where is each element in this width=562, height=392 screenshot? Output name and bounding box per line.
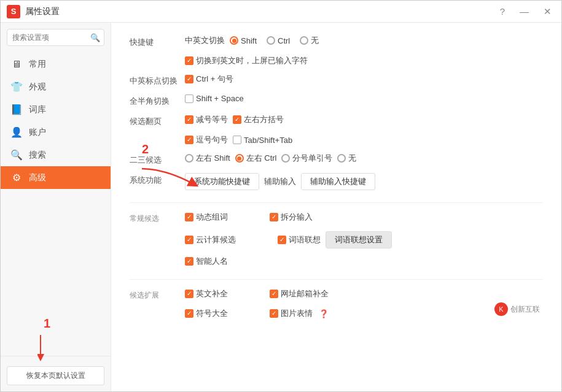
radio-shift[interactable]: Shift	[230, 36, 257, 45]
radio-ctrl-label: Ctrl	[278, 36, 290, 45]
help-button[interactable]: ?	[496, 5, 509, 18]
cand-cb1[interactable]: 动态组词	[185, 212, 228, 223]
page-turn-row2-spacer	[130, 134, 185, 136]
c23-radio4-label: 无	[348, 153, 356, 164]
cand-cb2[interactable]: 拆分输入	[270, 212, 313, 223]
page-turn-label: 候选翻页	[130, 114, 185, 127]
window-title: 属性设置	[25, 6, 60, 17]
cand-cb4-label: 词语联想	[289, 234, 321, 245]
restore-defaults-button[interactable]: 恢复本页默认设置	[7, 366, 104, 385]
expand-label: 候选扩展	[130, 288, 185, 301]
annotation-1: 1	[44, 317, 50, 331]
page-turn-row: 候选翻页 减号等号 左右方括号	[130, 114, 543, 127]
content-area: 快捷键 中英文切换 Shift Ctrl	[111, 23, 561, 391]
c23-radio1[interactable]: 左右 Shift	[185, 153, 230, 164]
halfwidth-text: Shift + Space	[196, 94, 244, 103]
radio-shift-label: Shift	[241, 36, 257, 45]
punct-checkbox[interactable]: Ctrl + 句号	[185, 74, 233, 85]
close-button[interactable]: ✕	[540, 5, 555, 18]
cand-cb2-label: 拆分输入	[281, 212, 313, 223]
pageturn-cb1[interactable]: 减号等号	[185, 114, 228, 125]
sidebar-label-account: 账户	[29, 127, 46, 138]
expand-cb2[interactable]: 网址邮箱补全	[270, 288, 329, 299]
c23-radio4[interactable]: 无	[337, 153, 356, 164]
lexicon-icon: 📘	[10, 104, 23, 115]
app-logo: S	[7, 5, 20, 18]
halfwidth-checkbox[interactable]: Shift + Space	[185, 94, 244, 103]
c23-radio2[interactable]: 左右 Ctrl	[235, 153, 277, 164]
sysfunc-shortcut-btn[interactable]: 系统功能快捷键	[185, 173, 259, 190]
cand-cb3[interactable]: 云计算候选	[185, 234, 236, 245]
radio-shift-circle	[230, 36, 238, 45]
sidebar-item-advanced[interactable]: ⚙ 高级	[1, 166, 111, 189]
appearance-icon: 👕	[10, 81, 23, 93]
sidebar-item-account[interactable]: 👤 账户	[1, 121, 111, 144]
advanced-icon: ⚙	[10, 172, 23, 183]
candidate23-label: 二三候选	[130, 153, 185, 166]
account-icon: 👤	[10, 126, 23, 138]
switch-checkbox[interactable]: 切换到英文时，上屏已输入字符	[185, 55, 308, 66]
cand-cb4[interactable]: 词语联想	[278, 234, 321, 245]
chinese-switch-label: 中英文切换	[185, 35, 225, 46]
page-turn-row2: 逗号句号 Tab/Shift+Tab	[130, 134, 543, 145]
sidebar-item-search[interactable]: 🔍 搜索	[1, 144, 111, 166]
c23-radio3-label: 分号单引号	[292, 153, 332, 164]
candidate23-row: 二三候选 左右 Shift 左右 Ctrl	[130, 153, 543, 166]
watermark-logo-text: K	[499, 306, 503, 313]
radio-none-label: 无	[311, 35, 319, 46]
punct-switch-label: 中英标点切换	[130, 74, 185, 86]
expand-cb1-box	[185, 290, 193, 298]
candidate-row3-content: 智能人名	[185, 256, 543, 267]
pageturn-cb3[interactable]: 逗号句号	[185, 134, 228, 145]
halfwidth-checkbox-box	[185, 94, 193, 103]
candidate-label: 常规候选	[130, 212, 185, 224]
expand-cb1-label: 英文补全	[196, 288, 228, 299]
cand-cb5-label: 智能人名	[196, 256, 228, 267]
radio-none[interactable]: 无	[300, 35, 319, 46]
candidate-row2-spacer	[130, 231, 185, 233]
cand-cb4-box	[278, 236, 286, 244]
expand-cb1[interactable]: 英文补全	[185, 288, 228, 299]
sidebar-item-appearance[interactable]: 👕 外观	[1, 75, 111, 98]
pageturn-cb4-label: Tab/Shift+Tab	[244, 136, 292, 145]
sysfunc-row: 系统功能 系统功能快捷键 辅助输入 辅助输入快捷键 2	[130, 173, 543, 190]
c23-radio3-circle	[281, 154, 290, 163]
pageturn-cb2[interactable]: 左右方括号	[233, 114, 284, 125]
candidate-row1-content: 动态组词 拆分输入	[185, 212, 543, 223]
punct-switch-content: Ctrl + 句号	[185, 74, 543, 85]
expand-row2: 符号大全 图片表情 ❓	[130, 308, 543, 319]
pageturn-cb4[interactable]: Tab/Shift+Tab	[233, 136, 292, 145]
switch-checkbox-row: 切换到英文时，上屏已输入字符	[130, 55, 543, 66]
search-icon: 🔍	[90, 33, 100, 42]
radio-ctrl[interactable]: Ctrl	[267, 36, 290, 45]
search-nav-icon: 🔍	[10, 149, 23, 161]
assist-shortcut-btn[interactable]: 辅助输入快捷键	[301, 173, 375, 190]
switch-checkbox-box	[185, 56, 193, 65]
switch-checkbox-label: 切换到英文时，上屏已输入字符	[196, 55, 308, 66]
main-window: S 属性设置 ? — ✕ 🔍 🖥 常用 👕 外观 📘	[0, 0, 562, 392]
candidate-row3: 智能人名	[130, 256, 543, 267]
sidebar-label-advanced: 高级	[29, 172, 46, 183]
c23-radio1-circle	[185, 154, 193, 163]
sidebar-item-lexicon[interactable]: 📘 词库	[1, 98, 111, 121]
main-body: 🔍 🖥 常用 👕 外观 📘 词库 👤 账户 🔍 搜索	[1, 23, 561, 391]
sidebar-label-appearance: 外观	[29, 82, 46, 93]
watermark-text: 创新互联	[510, 304, 540, 315]
candidate-expand-section: 候选扩展 英文补全 网址邮箱补全	[130, 288, 543, 319]
expand-cb4[interactable]: 图片表情	[270, 308, 313, 319]
c23-radio2-label: 左右 Ctrl	[246, 153, 277, 164]
expand-cb3[interactable]: 符号大全	[185, 308, 228, 319]
minimize-button[interactable]: —	[516, 5, 533, 18]
pageturn-cb1-box	[185, 115, 193, 124]
sidebar-label-general: 常用	[29, 59, 46, 70]
cand-cb5[interactable]: 智能人名	[185, 256, 228, 267]
sidebar: 🔍 🖥 常用 👕 外观 📘 词库 👤 账户 🔍 搜索	[1, 23, 111, 391]
halfwidth-label: 全半角切换	[130, 94, 185, 107]
chinese-switch-radios: Shift Ctrl 无	[230, 35, 319, 46]
sidebar-item-general[interactable]: 🖥 常用	[1, 53, 111, 75]
help-icon: ❓	[319, 309, 329, 318]
c23-radio3[interactable]: 分号单引号	[281, 153, 332, 164]
assist-label: 辅助输入	[264, 176, 296, 187]
word-association-btn[interactable]: 词语联想设置	[326, 231, 392, 248]
cand-cb5-box	[185, 257, 193, 266]
